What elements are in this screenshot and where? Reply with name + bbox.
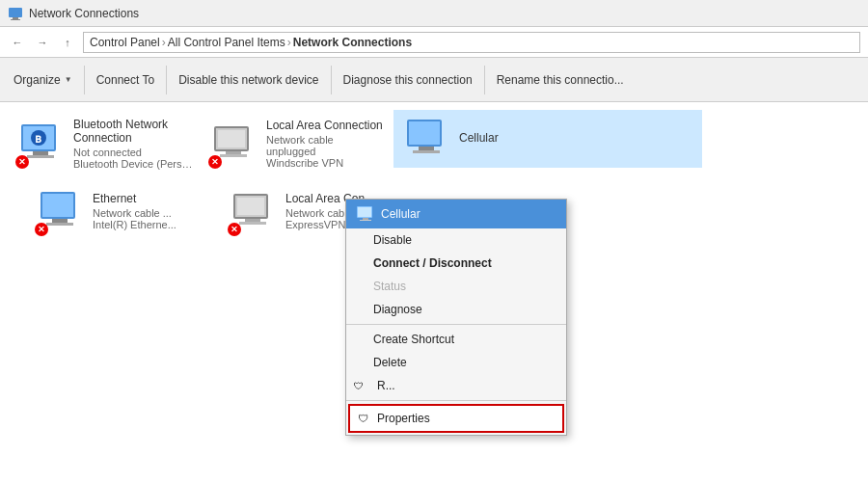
svg-rect-5: [33, 151, 48, 155]
network-name: Ethernet: [93, 192, 212, 205]
error-badge: ✕: [228, 223, 241, 236]
toolbar-divider-2: [166, 66, 167, 94]
svg-rect-16: [419, 147, 434, 150]
list-item[interactable]: ✕ Local Area Connection Network cable un…: [201, 110, 393, 177]
cellular-icon-small: [356, 204, 375, 224]
context-menu-create-shortcut[interactable]: Create Shortcut: [346, 328, 566, 351]
svg-rect-11: [226, 151, 241, 154]
context-menu-disable[interactable]: Disable: [346, 228, 566, 252]
error-badge: ✕: [35, 223, 48, 236]
network-info: Cellular: [459, 131, 694, 147]
network-info: Bluetooth Network Connection Not connect…: [73, 118, 193, 170]
breadcrumb-all-items[interactable]: All Control Panel Items: [168, 36, 285, 49]
svg-rect-30: [360, 220, 371, 221]
title-bar-text: Network Connections: [29, 7, 139, 20]
svg-rect-19: [42, 194, 73, 217]
context-menu-separator-1: [346, 324, 566, 325]
breadcrumb-current: Network Connections: [293, 36, 412, 49]
list-item[interactable]: ✕ Ethernet Network cable ... Intel(R) Et…: [27, 177, 220, 245]
network-status: Not connected: [73, 147, 193, 158]
disable-button[interactable]: Disable this network device: [169, 61, 328, 99]
cellular-icon: [403, 116, 449, 162]
network-name: Cellular: [459, 131, 694, 145]
network-detail: Bluetooth Device (Personal Area ...: [73, 158, 193, 170]
context-menu-rename[interactable]: 🛡 R...: [346, 374, 566, 397]
toolbar-divider-1: [84, 66, 85, 94]
svg-rect-15: [409, 121, 440, 145]
connect-to-button[interactable]: Connect To: [87, 61, 165, 99]
context-menu-status: Status: [346, 275, 566, 298]
network-name: Bluetooth Network Connection: [73, 118, 193, 145]
main-content: ʙ ✕ Bluetooth Network Connection Not con…: [0, 102, 868, 482]
context-menu-diagnose[interactable]: Diagnose: [346, 298, 566, 321]
toolbar-divider-3: [331, 66, 332, 94]
svg-rect-17: [413, 150, 440, 153]
context-menu-connect-disconnect[interactable]: Connect / Disconnect: [346, 252, 566, 275]
network-name: Local Area Connection: [266, 119, 386, 132]
breadcrumb-control-panel[interactable]: Control Panel: [90, 36, 160, 49]
network-status: Network cable unplugged: [266, 134, 386, 157]
title-bar-icon: [8, 6, 23, 21]
network-icon-wrap: [401, 114, 451, 164]
network-icon-wrap: ʙ ✕: [15, 119, 66, 169]
up-button[interactable]: ↑: [58, 33, 77, 52]
context-menu-properties[interactable]: 🛡 Properties: [348, 404, 564, 433]
network-detail: Windscribe VPN: [266, 157, 386, 169]
context-menu-delete[interactable]: Delete: [346, 351, 566, 374]
toolbar-divider-4: [484, 66, 485, 94]
svg-rect-2: [11, 19, 20, 20]
network-icon-wrap: ✕: [208, 119, 258, 169]
svg-rect-0: [9, 8, 22, 17]
network-detail: Intel(R) Etherne...: [93, 219, 212, 230]
svg-rect-24: [245, 219, 260, 222]
network-info: Ethernet Network cable ... Intel(R) Ethe…: [93, 192, 212, 230]
address-field[interactable]: Control Panel › All Control Panel Items …: [83, 32, 860, 53]
rename-button[interactable]: Rename this connectio...: [487, 61, 634, 99]
svg-rect-28: [358, 207, 371, 217]
svg-rect-1: [13, 17, 18, 19]
context-menu-header: Cellular: [346, 200, 566, 228]
context-menu-separator-2: [346, 400, 566, 401]
title-bar: Network Connections: [0, 0, 868, 27]
network-icon-wrap: ✕: [228, 186, 278, 236]
organize-arrow: ▼: [65, 75, 72, 84]
svg-rect-26: [237, 198, 264, 215]
shield-icon: 🛡: [358, 413, 368, 424]
svg-rect-20: [52, 219, 68, 223]
network-info: Local Area Connection Network cable unpl…: [266, 119, 386, 169]
network-icon-wrap: ✕: [35, 186, 85, 236]
diagnose-button[interactable]: Diagnose this connection: [334, 61, 482, 99]
svg-rect-25: [239, 222, 266, 225]
error-badge: ✕: [15, 155, 29, 169]
toolbar: Organize ▼ Connect To Disable this netwo…: [0, 58, 868, 102]
organize-button[interactable]: Organize ▼: [4, 61, 82, 99]
svg-text:ʙ: ʙ: [35, 132, 41, 146]
address-bar: ← → ↑ Control Panel › All Control Panel …: [0, 27, 868, 58]
svg-rect-21: [46, 223, 73, 226]
network-status: Network cable ...: [93, 207, 212, 219]
forward-button[interactable]: →: [33, 33, 52, 52]
svg-rect-29: [363, 218, 368, 220]
list-item[interactable]: ʙ ✕ Bluetooth Network Connection Not con…: [8, 110, 201, 177]
back-button[interactable]: ←: [8, 33, 27, 52]
context-menu: Cellular Disable Connect / Disconnect St…: [345, 199, 567, 436]
svg-rect-6: [27, 155, 54, 158]
error-badge: ✕: [208, 155, 222, 169]
context-menu-title: Cellular: [381, 207, 420, 221]
svg-rect-12: [220, 154, 247, 157]
list-item[interactable]: Cellular: [393, 110, 702, 168]
svg-rect-13: [218, 130, 245, 147]
